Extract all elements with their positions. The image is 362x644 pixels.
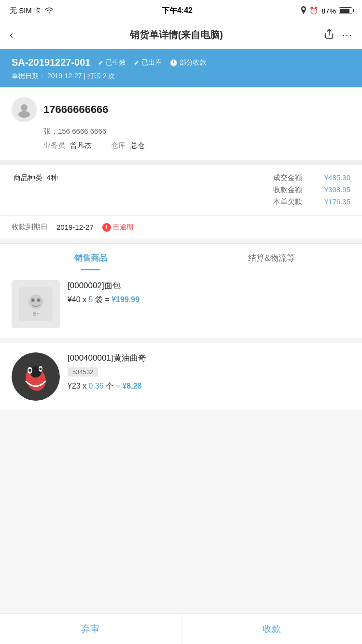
sales-person-value: 曾凡杰 xyxy=(70,141,92,149)
alarm-icon: ⏰ xyxy=(309,6,319,15)
share-icon[interactable] xyxy=(324,28,334,42)
order-header-banner: SA-20191227-001 ✔ 已生效 ✔ 已出库 🕐 部分收款 单据日期：… xyxy=(0,49,362,87)
list-item: 兽+ [0000002]面包 ¥40 x 5 袋 = ¥199.99 xyxy=(0,270,362,338)
product-price-2: ¥23 x 0.36 个 = ¥8.28 xyxy=(68,381,350,392)
customer-meta: 业务员 曾凡杰 仓库 总仓 xyxy=(12,141,350,150)
product-list: 兽+ [0000002]面包 ¥40 x 5 袋 = ¥199.99 xyxy=(0,270,362,450)
product-info-1: [0000002]面包 ¥40 x 5 袋 = ¥199.99 xyxy=(68,280,350,305)
debt-amount-row: 本单欠款 ¥176.35 xyxy=(273,197,350,207)
location-icon xyxy=(301,6,306,15)
badge-activated: ✔ 已生效 xyxy=(98,58,126,67)
price-base-1: ¥40 xyxy=(68,295,81,304)
tab-sales-products[interactable]: 销售商品 xyxy=(0,244,181,270)
warehouse-field: 仓库 总仓 xyxy=(111,141,145,150)
svg-point-1 xyxy=(21,104,28,111)
status-left: 无 SIM 卡 xyxy=(10,6,54,15)
product-name-1: [0000002]面包 xyxy=(68,280,350,291)
order-date-row: 单据日期： 2019-12-27 | 打印 2 次 xyxy=(12,72,350,81)
price-x-2: x xyxy=(83,382,88,390)
total-2: ¥8.28 xyxy=(122,382,141,390)
svg-point-16 xyxy=(40,368,42,370)
stats-section: 商品种类 4种 成交金额 ¥485.30 收款金额 ¥308.95 本单欠款 ¥… xyxy=(0,165,362,215)
collect-payment-button[interactable]: 收款 xyxy=(181,614,362,644)
product-name-2: [000400001]黄油曲奇 xyxy=(68,352,350,364)
svg-point-15 xyxy=(28,369,31,372)
print-info: | 打印 2 次 xyxy=(84,72,115,80)
svg-point-7 xyxy=(32,299,34,301)
avatar xyxy=(12,97,37,122)
badge-partial-payment: 🕐 部分收款 xyxy=(169,58,207,67)
list-item: [000400001]黄油曲奇 534532 ¥23 x 0.36 个 = ¥8… xyxy=(0,343,362,410)
order-date: 2019-12-27 xyxy=(47,72,82,80)
unit-2: 个 xyxy=(106,382,113,390)
deal-amount-label: 成交金额 xyxy=(273,173,302,182)
carrier-label: 无 SIM 卡 xyxy=(10,6,41,15)
received-amount-row: 收款金额 ¥308.95 xyxy=(273,185,350,195)
received-label: 收款金额 xyxy=(273,185,302,195)
financial-stats: 成交金额 ¥485.30 收款金额 ¥308.95 本单欠款 ¥176.35 xyxy=(273,173,350,207)
price-eq-1: = xyxy=(105,295,111,304)
status-right: ⏰ 87% xyxy=(301,6,352,15)
product-thumbnail-1: 兽+ xyxy=(12,280,60,328)
qty-2: 0.36 xyxy=(89,382,104,390)
unit-1: 袋 xyxy=(95,295,103,304)
debt-label: 本单欠款 xyxy=(273,197,302,207)
svg-point-8 xyxy=(38,299,40,301)
price-eq-2: = xyxy=(116,382,123,390)
customer-section: 17666666666 张，156 6666 6666 业务员 曾凡杰 仓库 总… xyxy=(0,87,362,160)
tab-settlement-logistics[interactable]: 结算&物流等 xyxy=(181,244,362,270)
svg-text:兽+: 兽+ xyxy=(32,311,39,316)
order-id-row: SA-20191227-001 ✔ 已生效 ✔ 已出库 🕐 部分收款 xyxy=(12,57,350,68)
price-x-1: x xyxy=(83,295,88,304)
warehouse-value: 总仓 xyxy=(130,141,145,149)
tabs-section: 销售商品 结算&物流等 xyxy=(0,243,362,270)
deal-amount-row: 成交金额 ¥485.30 xyxy=(273,173,350,182)
battery-icon xyxy=(339,7,352,14)
debt-value: ¥176.35 xyxy=(312,197,350,207)
divider-1 xyxy=(0,160,362,165)
status-bar: 无 SIM 卡 下午4:42 ⏰ 87% xyxy=(0,0,362,21)
types-label: 商品种类 xyxy=(14,173,42,182)
customer-name-row: 17666666666 xyxy=(12,97,350,122)
warehouse-label: 仓库 xyxy=(111,141,125,149)
due-date-section: 收款到期日 2019-12-27 ! 已逾期 xyxy=(0,215,362,238)
received-value: ¥308.95 xyxy=(312,185,350,195)
svg-point-2 xyxy=(18,111,30,118)
status-time: 下午4:42 xyxy=(162,6,193,16)
customer-contact: 张，156 6666 6666 xyxy=(12,127,350,136)
customer-id: 17666666666 xyxy=(43,103,109,116)
product-types: 商品种类 4种 xyxy=(12,173,58,182)
badge-shipped: ✔ 已出库 xyxy=(134,58,162,67)
more-icon[interactable]: ··· xyxy=(342,29,352,42)
product-sku-2: 534532 xyxy=(68,367,98,377)
product-price-1: ¥40 x 5 袋 = ¥199.99 xyxy=(68,295,350,305)
qty-1: 5 xyxy=(89,295,93,304)
page-title: 销货单详情(来自电脑) xyxy=(29,28,324,42)
types-count: 4种 xyxy=(46,173,57,182)
date-label: 单据日期： xyxy=(12,72,45,80)
total-1: ¥199.99 xyxy=(111,295,139,304)
overdue-badge: ! 已逾期 xyxy=(102,223,133,232)
order-id: SA-20191227-001 xyxy=(12,57,90,68)
back-button[interactable]: ‹ xyxy=(10,29,29,42)
due-label: 收款到期日 xyxy=(12,223,48,232)
product-info-2: [000400001]黄油曲奇 534532 ¥23 x 0.36 个 = ¥8… xyxy=(68,352,350,392)
battery-percent: 87% xyxy=(321,7,336,15)
wifi-icon xyxy=(45,7,54,15)
price-base-2: ¥23 xyxy=(68,382,81,390)
deal-amount-value: ¥485.30 xyxy=(312,173,350,182)
sales-person-label: 业务员 xyxy=(43,141,65,149)
product-thumbnail-2 xyxy=(12,352,60,401)
cancel-review-button[interactable]: 弃审 xyxy=(0,614,181,644)
bottom-bar: 弃审 收款 xyxy=(0,613,362,644)
nav-actions: ··· xyxy=(324,28,352,42)
overdue-icon: ! xyxy=(102,223,111,232)
nav-bar: ‹ 销货单详情(来自电脑) ··· xyxy=(0,21,362,49)
sales-person-field: 业务员 曾凡杰 xyxy=(43,141,92,150)
due-date: 2019-12-27 xyxy=(56,223,94,231)
overdue-text: 已逾期 xyxy=(113,223,133,232)
